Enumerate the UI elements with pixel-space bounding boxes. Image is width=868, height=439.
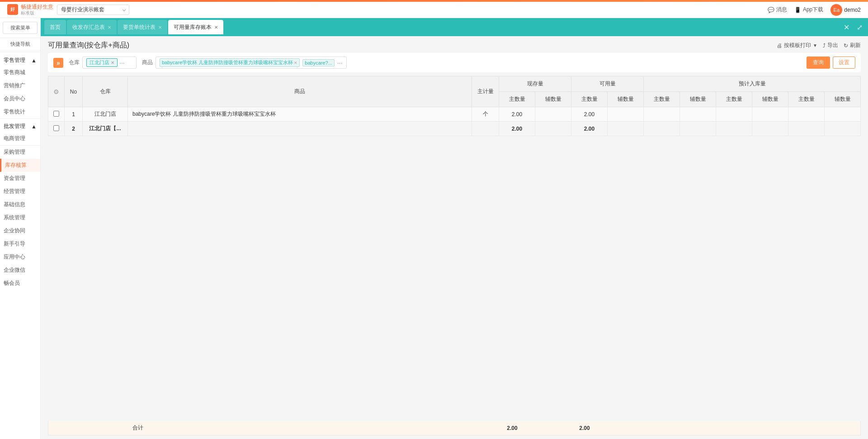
sidebar-item-biz-mgmt[interactable]: 经营管理 [0,185,40,198]
filter-expand-button[interactable]: » [53,58,63,68]
sidebar-item-vip-member[interactable]: 畅会员 [0,277,40,290]
row-select-checkbox[interactable] [53,111,59,117]
column-inbound-aux: 辅数量 [752,92,788,107]
row-select-checkbox[interactable] [53,125,59,131]
sidebar-item-app-center[interactable]: 应用中心 [0,250,40,264]
warehouse-tag-jiangbei: 江北门店 ✕ [86,58,118,67]
sidebar-item-marketing[interactable]: 营销推广 [0,79,40,92]
user-profile[interactable]: Ea demo2 [830,4,861,16]
row-checkbox[interactable] [48,107,65,122]
row-product-pending-main [788,122,825,136]
sidebar-item-new-guide[interactable]: 新手引导 [0,237,40,250]
tab-close-requisition-stats[interactable]: ✕ [158,25,162,30]
tab-bar-actions: ✕ ⤢ [842,22,864,33]
message-button[interactable]: 💬 消息 [768,6,787,14]
page-title: 可用量查询(按仓库+商品) [48,41,129,50]
row-stock-main-qty: 2.00 [499,122,535,136]
settings-button[interactable]: 设置 [833,57,855,69]
sidebar-item-basic-info[interactable]: 基础信息 [0,198,40,211]
chevron-icon: ▲ [31,123,37,130]
print-template-button[interactable]: 🖨 按模板打印 ▼ [777,42,817,49]
column-group-available: 可用量 [571,76,644,92]
sidebar-item-purchase[interactable]: 采购管理 [0,146,40,159]
refresh-button[interactable]: ↻ 刷新 [844,42,861,49]
product-input[interactable]: babycare学饮杯 儿童防摔防撞吸管杯重力球吸嘴杯宝宝水杯 ✕ babyca… [156,57,347,69]
table-body: 1 江北门店 babycare学饮杯 儿童防摔防撞吸管杯重力球吸嘴杯宝宝水杯 个… [48,107,861,136]
warehouse-input[interactable]: 江北门店 ✕ ··· [82,57,137,69]
column-product-pending-aux: 辅数量 [825,92,861,107]
sidebar-group-retail: 零售管理 ▲ 零售商城 营销推广 会员中心 零售统计 [0,53,40,119]
row-available-aux-qty [608,122,644,136]
sidebar-item-enterprise-wechat[interactable]: 企业微信 [0,264,40,277]
app-download-button[interactable]: 📱 App下载 [794,6,823,14]
product-tag-1-close[interactable]: ✕ [294,61,297,65]
product-more-button[interactable]: ··· [337,59,343,66]
product-filter: 商品 babycare学饮杯 儿童防摔防撞吸管杯重力球吸嘴杯宝宝水杯 ✕ bab… [142,57,347,69]
sidebar-item-retail-stats[interactable]: 零售统计 [0,105,40,118]
row-purchase-transit-aux [680,122,716,136]
inventory-table: ⚙ No 仓库 商品 主计量 现存量 可用量 预计入库量 主数量 [48,76,861,136]
footer-label: 合计 [132,424,467,432]
column-main-unit: 主计量 [472,76,499,107]
sidebar-item-ecommerce[interactable]: 电商管理 [0,132,40,145]
column-available-main-qty: 主数量 [571,92,608,107]
maximize-button[interactable]: ⤢ [855,22,864,33]
row-warehouse: 江北门店【... [83,122,128,136]
filter-bar: » 仓库 江北门店 ✕ ··· 商品 [48,53,861,72]
warehouse-more-button[interactable]: ··· [119,59,125,66]
row-inbound-aux [752,122,788,136]
phone-icon: 📱 [794,7,801,13]
refresh-icon: ↻ [844,42,848,49]
row-product-pending-aux [825,107,861,122]
column-available-aux-qty: 辅数量 [608,92,644,107]
table-row: 1 江北门店 babycare学饮杯 儿童防摔防撞吸管杯重力球吸嘴杯宝宝水杯 个… [48,107,861,122]
column-group-current-stock: 现存量 [499,76,571,92]
tab-requisition-stats[interactable]: 要货单统计表 ✕ [118,20,167,34]
tab-close-available-inventory[interactable]: ✕ [214,25,218,30]
column-settings-icon[interactable]: ⚙ [48,76,65,107]
row-product-pending-aux [825,122,861,136]
sidebar-group-wholesale: 批发管理 ▲ 电商管理 [0,119,40,146]
chevron-down-icon [123,8,126,11]
row-available-main-qty: 2.00 [571,107,608,122]
sidebar-item-quick-nav[interactable]: 快捷导航 [0,38,40,51]
sidebar-item-enterprise[interactable]: 企业协同 [0,224,40,237]
search-menu-button[interactable]: 搜索菜单 [3,22,38,34]
close-all-tabs-button[interactable]: ✕ [842,22,851,33]
sidebar-group-header-wholesale[interactable]: 批发管理 ▲ [0,119,40,132]
row-inbound-main [716,107,752,122]
user-name: demo2 [844,7,861,13]
sidebar-item-inventory[interactable]: 库存核算 [0,159,40,172]
row-inbound-aux [752,107,788,122]
export-button[interactable]: ⤴ 导出 [823,42,838,49]
column-stock-aux-qty: 辅数量 [535,92,571,107]
query-button[interactable]: 查询 [807,57,830,69]
footer-row: 合计 2.00 2.00 [53,424,856,432]
sidebar-item-finance[interactable]: 资金管理 [0,172,40,185]
row-product [128,122,472,136]
row-checkbox[interactable] [48,122,65,136]
table-row: 2 江北门店【... 2.00 2.00 [48,122,861,136]
sidebar-item-system[interactable]: 系统管理 [0,211,40,224]
warehouse-tag-close[interactable]: ✕ [111,60,114,65]
row-product-pending-main [788,107,825,122]
row-purchase-transit-main [644,107,680,122]
message-icon: 💬 [768,7,774,13]
sidebar: 搜索菜单 快捷导航 零售管理 ▲ 零售商城 营销推广 会员中心 零售统计 批发管… [0,18,41,439]
row-main-unit [472,122,499,136]
row-stock-aux-qty [535,122,571,136]
row-no: 1 [65,107,83,122]
chevron-icon: ▲ [31,57,37,64]
tab-receive-summary[interactable]: 收发存汇总表 ✕ [67,20,117,34]
tab-home[interactable]: 首页 [44,20,66,34]
logo-icon: 好 [7,4,18,15]
tab-available-inventory[interactable]: 可用量库存账本 ✕ [168,20,223,34]
column-stock-main-qty: 主数量 [499,92,535,107]
top-bar: 好 畅捷通好生意 标准版 母婴行业演示账套 💬 消息 📱 App下载 Ea de… [0,2,868,18]
row-stock-aux-qty [535,107,571,122]
tab-close-receive-summary[interactable]: ✕ [108,25,111,30]
sidebar-item-retail-mall[interactable]: 零售商城 [0,66,40,79]
sidebar-item-member-center[interactable]: 会员中心 [0,92,40,105]
tenant-selector[interactable]: 母婴行业演示账套 [57,5,129,15]
sidebar-group-header-retail[interactable]: 零售管理 ▲ [0,53,40,66]
